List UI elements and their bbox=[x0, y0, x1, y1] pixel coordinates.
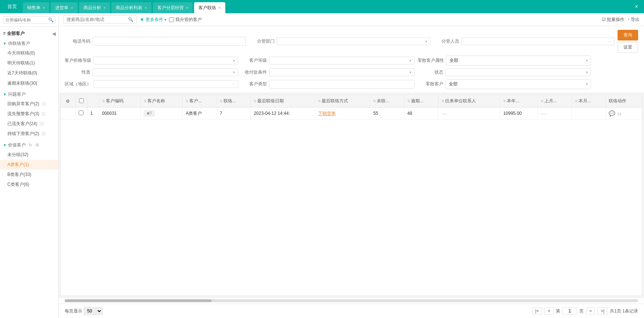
close-all-button[interactable]: × bbox=[632, 3, 641, 10]
sidebar-item-class-c[interactable]: C类客户(6) bbox=[0, 180, 58, 190]
nav-home[interactable]: 首页 bbox=[3, 0, 21, 13]
nav-tab-purchase-close[interactable]: × bbox=[71, 2, 73, 13]
first-page-btn[interactable]: |< bbox=[532, 307, 542, 315]
sidebar-all-customers-header[interactable]: ⠿ 全部客户 ◀ bbox=[0, 28, 58, 39]
sidebar-item-7days[interactable]: 近7天待联络(0) bbox=[0, 68, 58, 78]
td-overdue: 48 bbox=[404, 107, 439, 120]
sidebar-item-overdue[interactable]: 逾期未联络(30) bbox=[0, 78, 58, 88]
filter-select-retail-customer[interactable]: 全部 ▾ bbox=[446, 79, 591, 89]
next-page-btn[interactable]: > bbox=[586, 307, 595, 315]
sidebar-content: ⠿ 全部客户 ◀ ▼ 待联络客户 今天待联络(0) 明天待联络(1) 近7天待联… bbox=[0, 27, 58, 318]
pagination-bar: 每页显示 50 100 200 |< < 第 页 > >| 共1页 1条记录 bbox=[59, 304, 644, 318]
th-checkbox[interactable] bbox=[75, 95, 87, 107]
export-btn[interactable]: ↑ 导出 bbox=[627, 17, 640, 23]
filter-btn-group: 查询 设置 bbox=[618, 30, 638, 53]
sidebar-item-unclassified[interactable]: 未分组(32) bbox=[0, 150, 58, 160]
filter-input-phone[interactable] bbox=[93, 37, 246, 46]
per-page-select[interactable]: 50 100 200 bbox=[84, 307, 103, 315]
th-customer-type[interactable]: ⇅客户... bbox=[183, 95, 217, 107]
nav-tab-customer-contact-close[interactable]: × bbox=[218, 2, 221, 13]
export-label: 导出 bbox=[631, 17, 640, 23]
nav-tab-purchase[interactable]: 进货单 × bbox=[51, 2, 77, 13]
th-overdue[interactable]: ⇅逾期... bbox=[404, 95, 439, 107]
sidebar-item-today[interactable]: 今天待联络(0) bbox=[0, 48, 58, 58]
value-section-label: 价值客户 bbox=[8, 142, 26, 148]
sidebar-item-class-a[interactable]: A类客户(1) bbox=[0, 160, 58, 170]
filter-select-customer-level[interactable]: ▾ bbox=[269, 57, 415, 64]
th-last-date[interactable]: ⇅最后联络日期 bbox=[251, 95, 315, 107]
filter-select-price-level[interactable]: ▾ bbox=[93, 57, 238, 64]
chat-icon[interactable]: 💬 bbox=[609, 110, 615, 116]
filter-select-payment[interactable]: ▾ bbox=[269, 68, 415, 76]
sidebar-item-class-b[interactable]: B类客户(33) bbox=[0, 170, 58, 180]
select-all-checkbox[interactable] bbox=[79, 98, 84, 103]
sidebar-section-value[interactable]: ▼ 价值客户 ↻ ⚙ bbox=[0, 141, 58, 150]
nav-tab-customer-tier-close[interactable]: × bbox=[186, 2, 188, 13]
filter-select-retail-attr[interactable]: 全部 ▾ bbox=[446, 56, 591, 66]
nav-tab-sales[interactable]: 销售单 × bbox=[23, 2, 49, 13]
my-customers-filter[interactable]: 我分管的客户 bbox=[169, 17, 202, 23]
th-unit-contact[interactable]: ⇅往来单位联系人 bbox=[438, 95, 500, 107]
my-customers-checkbox[interactable] bbox=[169, 17, 174, 22]
sidebar-collapse-btn[interactable]: ◀ bbox=[52, 31, 56, 36]
nav-tab-customer-contact[interactable]: 客户联络 × bbox=[194, 2, 225, 13]
th-last-method[interactable]: ⇅最后联络方式 bbox=[315, 95, 370, 107]
nav-tab-sales-close[interactable]: × bbox=[43, 2, 45, 13]
nav-tab-customer-tier[interactable]: 客户分层经营 × bbox=[153, 2, 193, 13]
sidebar-item-declining[interactable]: 持续下滑客户(2) ⓘ bbox=[0, 129, 58, 139]
qr-icon[interactable]: ⚏ bbox=[617, 110, 622, 116]
td-this-year: 10995.00 bbox=[500, 107, 538, 120]
batch-op-btn[interactable]: ☑ 批量操作 bbox=[602, 17, 625, 23]
customer-type-sort-icon: ⇅ bbox=[186, 99, 189, 103]
filter-search-input[interactable] bbox=[67, 17, 128, 22]
filter-more-btn[interactable]: ▼ 更多条件 ▾ bbox=[140, 17, 166, 23]
nav-tab-analysis-close[interactable]: × bbox=[103, 2, 105, 13]
row-checkbox[interactable] bbox=[79, 110, 83, 115]
filter-select-region-more: ··· bbox=[232, 82, 235, 86]
th-this-month[interactable]: ⇅本月... bbox=[572, 95, 606, 107]
prev-page-btn[interactable]: < bbox=[544, 307, 554, 315]
last-month-sort-icon: ⇅ bbox=[541, 99, 544, 103]
th-code[interactable]: ⇅客户编码 bbox=[99, 95, 141, 107]
th-this-year[interactable]: ⇅本年... bbox=[500, 95, 538, 107]
th-name[interactable]: ⇅客户名称 bbox=[141, 95, 183, 107]
th-last-month[interactable]: ⇅上月... bbox=[537, 95, 572, 107]
filter-select-dept[interactable]: ▾ bbox=[277, 38, 430, 45]
filter-input-customer-type[interactable] bbox=[269, 80, 415, 89]
last-page-btn[interactable]: >| bbox=[597, 307, 608, 315]
action-icons: 💬 ⚏ bbox=[609, 110, 639, 116]
th-not-contacted[interactable]: ⇅未联... bbox=[370, 95, 404, 107]
sidebar-item-churn-warning[interactable]: 流失预警客户(3) ⓘ bbox=[0, 109, 58, 119]
td-checkbox[interactable] bbox=[75, 107, 87, 120]
filter-select-nature[interactable]: ▾ bbox=[93, 68, 238, 76]
sidebar-section-pending[interactable]: ▼ 待联络客户 bbox=[0, 39, 58, 48]
filter-select-retail-attr-arrow: ▾ bbox=[586, 59, 588, 63]
unit-contact-sort-icon: ⇅ bbox=[441, 99, 444, 103]
page-input[interactable] bbox=[562, 307, 577, 315]
sidebar-section-problem[interactable]: ▼ 问题客户 bbox=[0, 90, 58, 99]
sidebar-item-tomorrow[interactable]: 明天待联络(1) bbox=[0, 58, 58, 68]
td-last-method[interactable]: 下销货单 bbox=[315, 107, 370, 120]
nav-tab-analysis-list-close[interactable]: × bbox=[144, 2, 147, 13]
sidebar-search-input[interactable] bbox=[3, 16, 56, 24]
sidebar-item-abnormal[interactable]: 回购异常客户(2) ⓘ bbox=[0, 99, 58, 109]
toolbar-right: ☑ 批量操作 ↑ 导出 bbox=[602, 17, 640, 23]
value-refresh-icon[interactable]: ↻ bbox=[29, 142, 32, 148]
filter-select-person[interactable]: ··· bbox=[461, 38, 615, 45]
batch-op-label: 批量操作 bbox=[607, 17, 625, 23]
filter-select-status[interactable]: ▾ bbox=[446, 68, 591, 76]
th-contact-count[interactable]: ⇅联络... bbox=[217, 95, 251, 107]
query-button[interactable]: 查询 bbox=[618, 30, 638, 40]
value-settings-icon[interactable]: ⚙ bbox=[35, 142, 39, 148]
nav-tab-purchase-label: 进货单 bbox=[55, 2, 68, 13]
scroll-thumb[interactable] bbox=[65, 299, 212, 302]
filter-search-container: 🔍 bbox=[63, 15, 137, 24]
nav-tab-analysis[interactable]: 商品分析 × bbox=[79, 2, 110, 13]
scroll-track[interactable] bbox=[65, 299, 638, 302]
nav-tab-analysis-list[interactable]: 商品分析列表 × bbox=[111, 2, 151, 13]
last-method-link[interactable]: 下销货单 bbox=[318, 111, 336, 116]
filter-select-region[interactable]: ··· bbox=[93, 80, 238, 88]
th-gear[interactable]: ⚙ bbox=[61, 95, 75, 107]
settings-button[interactable]: 设置 bbox=[618, 42, 638, 53]
sidebar-item-churned[interactable]: 已流失客户(24) ⓘ bbox=[0, 119, 58, 129]
